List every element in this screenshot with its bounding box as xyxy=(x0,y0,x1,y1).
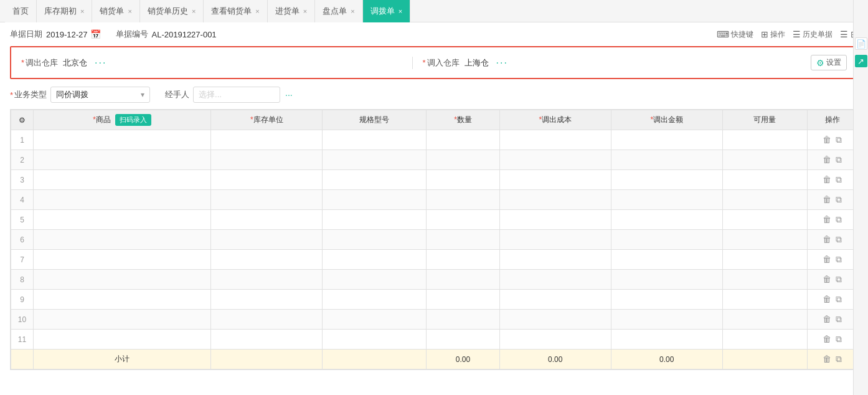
tab-home[interactable]: 首页 xyxy=(5,0,37,22)
out-warehouse-more[interactable]: ··· xyxy=(95,57,106,69)
history-btn[interactable]: ☰ 历史单据 xyxy=(793,29,833,40)
tab-view-sales[interactable]: 查看销货单 × xyxy=(204,0,267,22)
copy-icon[interactable]: ⧉ xyxy=(836,294,842,304)
tab-close-transfer[interactable]: × xyxy=(399,7,402,15)
cell-product[interactable] xyxy=(34,150,211,170)
cell-cost[interactable] xyxy=(499,230,611,250)
list-layout-icon[interactable]: ☰ xyxy=(840,29,848,39)
delete-icon[interactable]: 🗑 xyxy=(823,214,831,224)
tab-close-view-sales[interactable]: × xyxy=(255,7,259,15)
delete-icon[interactable]: 🗑 xyxy=(823,194,831,204)
cell-qty[interactable] xyxy=(427,330,499,350)
cell-available[interactable] xyxy=(722,170,807,190)
cell-unit[interactable] xyxy=(211,130,323,150)
tab-inventory-check[interactable]: 盘点单 × xyxy=(315,0,362,22)
cell-qty[interactable] xyxy=(427,290,499,310)
cell-qty[interactable] xyxy=(427,270,499,290)
cell-cost[interactable] xyxy=(499,310,611,330)
cell-product[interactable] xyxy=(34,230,211,250)
tab-close-purchase[interactable]: × xyxy=(303,7,307,15)
cell-amount[interactable] xyxy=(611,310,722,330)
cell-product[interactable] xyxy=(34,130,211,150)
cell-spec[interactable] xyxy=(323,190,427,210)
operations-btn[interactable]: ⊞ 操作 xyxy=(761,29,785,40)
cell-cost[interactable] xyxy=(499,330,611,350)
delete-icon[interactable]: 🗑 xyxy=(823,254,831,264)
cell-available[interactable] xyxy=(722,290,807,310)
cell-amount[interactable] xyxy=(611,210,722,230)
cell-available[interactable] xyxy=(722,210,807,230)
cell-unit[interactable] xyxy=(211,230,323,250)
cell-unit[interactable] xyxy=(211,270,323,290)
cell-unit[interactable] xyxy=(211,190,323,210)
cell-available[interactable] xyxy=(722,130,807,150)
cell-qty[interactable] xyxy=(427,190,499,210)
cell-available[interactable] xyxy=(722,190,807,210)
copy-icon[interactable]: ⧉ xyxy=(836,354,842,364)
tab-close-sales-history[interactable]: × xyxy=(192,7,196,15)
sidebar-export-icon[interactable]: ↗ xyxy=(855,55,867,67)
cell-unit[interactable] xyxy=(211,330,323,350)
cell-product[interactable] xyxy=(34,290,211,310)
cell-product[interactable] xyxy=(34,330,211,350)
cell-available[interactable] xyxy=(722,270,807,290)
copy-icon[interactable]: ⧉ xyxy=(836,135,842,145)
tab-inventory-init[interactable]: 库存期初 × xyxy=(37,0,92,22)
cell-spec[interactable] xyxy=(323,290,427,310)
cell-product[interactable] xyxy=(34,210,211,230)
cell-cost[interactable] xyxy=(499,210,611,230)
cell-qty[interactable] xyxy=(427,210,499,230)
tab-sales-order[interactable]: 销货单 × xyxy=(92,0,139,22)
cell-cost[interactable] xyxy=(499,170,611,190)
cell-qty[interactable] xyxy=(427,130,499,150)
cell-qty[interactable] xyxy=(427,310,499,330)
cell-qty[interactable] xyxy=(427,170,499,190)
delete-icon[interactable]: 🗑 xyxy=(823,354,831,364)
tab-close-sales-order[interactable]: × xyxy=(128,7,131,15)
copy-icon[interactable]: ⧉ xyxy=(836,194,842,204)
cell-spec[interactable] xyxy=(323,330,427,350)
cell-product[interactable] xyxy=(34,270,211,290)
cell-amount[interactable] xyxy=(611,290,722,310)
copy-icon[interactable]: ⧉ xyxy=(836,314,842,324)
copy-icon[interactable]: ⧉ xyxy=(836,274,842,284)
delete-icon[interactable]: 🗑 xyxy=(823,274,831,284)
tab-purchase[interactable]: 进货单 × xyxy=(268,0,315,22)
cell-qty[interactable] xyxy=(427,230,499,250)
delete-icon[interactable]: 🗑 xyxy=(823,314,831,324)
col-settings[interactable]: ⚙ xyxy=(11,110,34,130)
cell-amount[interactable] xyxy=(611,170,722,190)
tab-close-inventory-init[interactable]: × xyxy=(80,7,84,15)
cell-available[interactable] xyxy=(722,230,807,250)
cell-product[interactable] xyxy=(34,310,211,330)
cell-unit[interactable] xyxy=(211,250,323,270)
delete-icon[interactable]: 🗑 xyxy=(823,135,831,145)
cell-cost[interactable] xyxy=(499,190,611,210)
cell-cost[interactable] xyxy=(499,130,611,150)
cell-cost[interactable] xyxy=(499,290,611,310)
tab-transfer[interactable]: 调拨单 × xyxy=(363,0,410,22)
cell-product[interactable] xyxy=(34,250,211,270)
cell-unit[interactable] xyxy=(211,290,323,310)
shortcuts-btn[interactable]: ⌨ 快捷键 xyxy=(717,29,753,40)
delete-icon[interactable]: 🗑 xyxy=(823,334,831,344)
delete-icon[interactable]: 🗑 xyxy=(823,294,831,304)
copy-icon[interactable]: ⧉ xyxy=(836,214,842,224)
cell-amount[interactable] xyxy=(611,270,722,290)
delete-icon[interactable]: 🗑 xyxy=(823,155,831,164)
cell-qty[interactable] xyxy=(427,150,499,170)
person-select[interactable]: 选择... xyxy=(193,87,280,103)
cell-amount[interactable] xyxy=(611,250,722,270)
cell-unit[interactable] xyxy=(211,310,323,330)
cell-unit[interactable] xyxy=(211,170,323,190)
tab-close-inventory-check[interactable]: × xyxy=(351,7,354,15)
business-type-select[interactable]: 同价调拨 ▾ xyxy=(50,87,150,103)
cell-cost[interactable] xyxy=(499,250,611,270)
cell-product[interactable] xyxy=(34,170,211,190)
cell-unit[interactable] xyxy=(211,150,323,170)
cell-spec[interactable] xyxy=(323,230,427,250)
cell-available[interactable] xyxy=(722,330,807,350)
cell-spec[interactable] xyxy=(323,310,427,330)
cell-spec[interactable] xyxy=(323,170,427,190)
cell-amount[interactable] xyxy=(611,330,722,350)
